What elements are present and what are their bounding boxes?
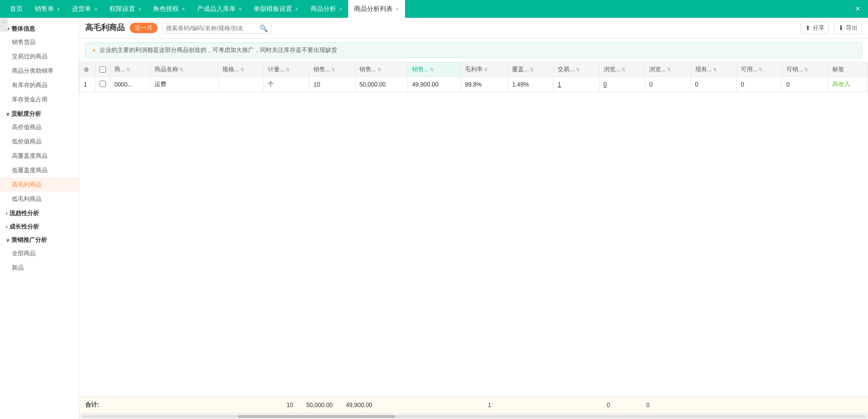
sidebar-item-1-5[interactable]: 低毛利商品 bbox=[0, 192, 79, 206]
search-box: 🔍 bbox=[162, 23, 271, 34]
sidebar-item-0-3[interactable]: 有库存的商品 bbox=[0, 78, 79, 93]
col-sale3[interactable]: 销售...⇅ bbox=[408, 62, 461, 77]
col-available[interactable]: 可用...⇅ bbox=[736, 62, 782, 77]
row-browse1-link[interactable]: 0 bbox=[604, 81, 607, 88]
sidebar-group-0[interactable]: ∨整体信息 bbox=[0, 22, 79, 35]
share-button[interactable]: ⬆ 分享 bbox=[801, 22, 829, 34]
col-sale1[interactable]: 销售...⇅ bbox=[309, 62, 355, 77]
nav-label: 角色授权 bbox=[153, 4, 179, 13]
sidebar: ‹ (function() { const data = JSON.parse(… bbox=[0, 18, 79, 419]
col-current[interactable]: 现有...⇅ bbox=[691, 62, 736, 77]
nav-close-icon[interactable]: × bbox=[295, 6, 298, 12]
sidebar-group-4[interactable]: ∨营销推广分析 bbox=[0, 233, 79, 246]
sidebar-collapse-button[interactable]: ‹ bbox=[0, 18, 8, 32]
col-browse1[interactable]: 浏览...⇅ bbox=[599, 62, 645, 77]
col-spec[interactable]: 规格...⇅ bbox=[218, 62, 263, 77]
col-code-label: 商... bbox=[114, 65, 125, 74]
horizontal-scrollbar[interactable] bbox=[79, 413, 868, 419]
nav-close-icon[interactable]: × bbox=[138, 6, 141, 12]
sort-icon: ⇅ bbox=[240, 67, 244, 72]
nav-item-8[interactable]: 商品分析列表× bbox=[348, 0, 405, 18]
row-saleable: 0 bbox=[782, 77, 828, 92]
nav-close-icon[interactable]: × bbox=[339, 6, 342, 12]
sidebar-group-3[interactable]: ›成长性分析 bbox=[0, 220, 79, 233]
scroll-track bbox=[81, 415, 866, 418]
row-available: 0 bbox=[736, 77, 782, 92]
sidebar-item-0-4[interactable]: 库存资金占用 bbox=[0, 93, 79, 107]
nav-item-1[interactable]: 销售单× bbox=[29, 0, 66, 18]
col-gross-label: 毛利率 bbox=[465, 65, 483, 74]
sidebar-group-1[interactable]: ∨贡献度分析 bbox=[0, 107, 79, 120]
nav-close-icon[interactable]: × bbox=[182, 6, 185, 12]
col-sale2[interactable]: 销售...⇅ bbox=[355, 62, 408, 77]
sidebar-item-0-2[interactable]: 商品分类助销率 bbox=[0, 64, 79, 78]
col-current-label: 现有... bbox=[695, 65, 712, 74]
col-checkbox[interactable] bbox=[96, 62, 110, 77]
col-gross[interactable]: 毛利率⇅ bbox=[460, 62, 508, 77]
col-transaction[interactable]: 交易...⇅ bbox=[554, 62, 599, 77]
nav-close-all-button[interactable]: × bbox=[852, 4, 864, 13]
export-label: 导出 bbox=[846, 24, 858, 32]
row-unit: 个 bbox=[263, 77, 309, 92]
nav-item-5[interactable]: 产成品入库单× bbox=[191, 0, 248, 18]
nav-label: 销售单 bbox=[35, 4, 54, 13]
col-sale2-label: 销售... bbox=[359, 65, 376, 74]
chevron-icon: › bbox=[6, 211, 7, 216]
nav-close-icon[interactable]: × bbox=[239, 6, 242, 12]
sidebar-item-4-1[interactable]: 新品 bbox=[0, 261, 79, 275]
nav-label: 商品分析列表 bbox=[354, 4, 393, 13]
row-tag-label: 高收入 bbox=[832, 81, 850, 88]
filter-period-button[interactable]: 近一月 bbox=[130, 23, 157, 33]
sidebar-item-0-0[interactable]: 销售货品 bbox=[0, 35, 79, 49]
sidebar-item-4-0[interactable]: 全部商品 bbox=[0, 246, 79, 261]
nav-label: 单据模板设置 bbox=[254, 4, 292, 13]
sidebar-item-0-1[interactable]: 交易过的商品 bbox=[0, 49, 79, 64]
export-button[interactable]: ⬇ 导出 bbox=[834, 22, 862, 34]
row-checkbox-input[interactable] bbox=[100, 81, 106, 87]
sort-icon: ⇅ bbox=[126, 67, 130, 72]
sidebar-item-1-2[interactable]: 高覆盖度商品 bbox=[0, 149, 79, 163]
sort-icon: ⇅ bbox=[484, 67, 488, 72]
row-browse1: 0 bbox=[599, 77, 645, 92]
sidebar-item-1-0[interactable]: 高价值商品 bbox=[0, 120, 79, 135]
select-all-checkbox[interactable] bbox=[100, 66, 106, 73]
col-settings[interactable]: ⚙ bbox=[80, 62, 96, 77]
col-browse2[interactable]: 浏览...⇅ bbox=[645, 62, 691, 77]
search-input[interactable] bbox=[166, 25, 259, 32]
nav-label: 商品分析 bbox=[310, 4, 336, 13]
content-area: 高毛利商品 近一月 🔍 ⬆ 分享 ⬇ 导出 ✦ 企业的主要 bbox=[79, 18, 868, 419]
col-saleable[interactable]: 可销...⇅ bbox=[782, 62, 828, 77]
sidebar-group-title-label: 贡献度分析 bbox=[11, 110, 41, 118]
col-code[interactable]: 商...⇅ bbox=[110, 62, 151, 77]
col-unit[interactable]: 计量...⇅ bbox=[263, 62, 309, 77]
search-icon[interactable]: 🔍 bbox=[259, 24, 268, 32]
col-name[interactable]: 商品名称⇅ bbox=[151, 62, 218, 77]
row-checkbox[interactable] bbox=[96, 77, 110, 92]
scroll-thumb[interactable] bbox=[238, 415, 395, 418]
sidebar-group-2[interactable]: ›流趋性分析 bbox=[0, 206, 79, 220]
row-name: 运费 bbox=[151, 77, 218, 92]
col-tag[interactable]: 标签 bbox=[828, 62, 868, 77]
nav-item-3[interactable]: 权限设置× bbox=[103, 0, 147, 18]
sidebar-item-1-1[interactable]: 低价值商品 bbox=[0, 135, 79, 149]
sort-icon: ⇅ bbox=[286, 67, 290, 72]
sidebar-item-1-4[interactable]: 高毛利商品 bbox=[0, 178, 79, 192]
col-coverage[interactable]: 覆盖...⇅ bbox=[508, 62, 554, 77]
row-transaction: 1 bbox=[554, 77, 599, 92]
nav-close-icon[interactable]: × bbox=[396, 6, 399, 12]
sort-icon: ⇅ bbox=[377, 67, 381, 72]
nav-label: 权限设置 bbox=[109, 4, 135, 13]
nav-item-4[interactable]: 角色授权× bbox=[147, 0, 191, 18]
nav-item-7[interactable]: 商品分析× bbox=[305, 0, 348, 18]
nav-close-icon[interactable]: × bbox=[94, 6, 97, 12]
nav-label: 产成品入库单 bbox=[197, 4, 236, 13]
nav-close-icon[interactable]: × bbox=[57, 6, 60, 12]
sidebar-group-title-label: 流趋性分析 bbox=[9, 209, 39, 218]
row-transaction-link[interactable]: 1 bbox=[558, 81, 561, 88]
share-label: 分享 bbox=[813, 24, 824, 32]
nav-item-0[interactable]: 首页 bbox=[4, 0, 29, 18]
sort-icon: ⇅ bbox=[804, 67, 808, 72]
nav-item-2[interactable]: 进货单× bbox=[66, 0, 103, 18]
sidebar-item-1-3[interactable]: 低覆盖度商品 bbox=[0, 163, 79, 178]
nav-item-6[interactable]: 单据模板设置× bbox=[248, 0, 304, 18]
